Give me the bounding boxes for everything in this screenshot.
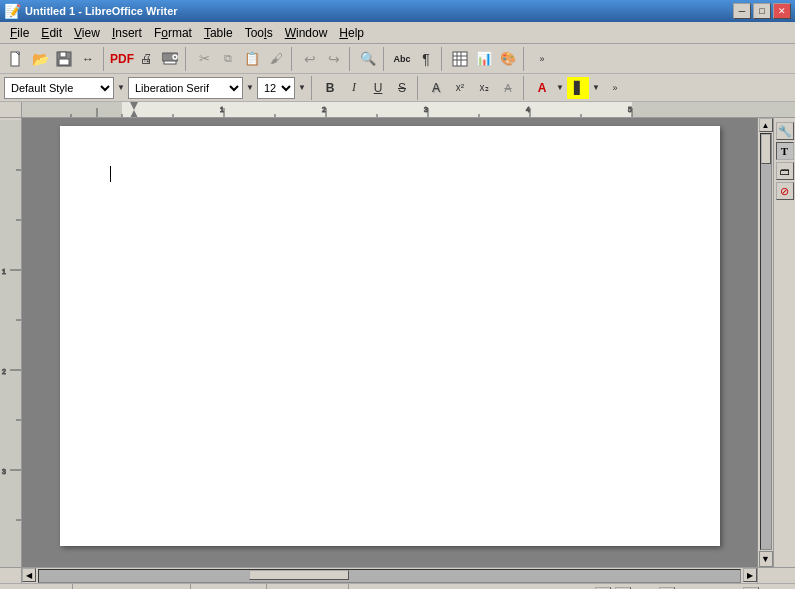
export-group: PDF 🖨: [110, 47, 182, 71]
scroll-thumb[interactable]: [761, 134, 771, 164]
copy-button[interactable]: ⧉: [216, 47, 240, 71]
sep7: [523, 47, 527, 71]
title-bar-left: 📝 Untitled 1 - LibreOffice Writer: [4, 3, 178, 19]
menu-insert[interactable]: Insert: [106, 24, 148, 42]
font-name-select[interactable]: Liberation Serif: [128, 77, 243, 99]
more-format-button[interactable]: »: [603, 76, 627, 100]
toolbar1: 📂 ↔ PDF 🖨 ✂ ⧉ 📋 🖌 ↩ ↪ 🔍 Abc ¶ 📊 �: [0, 44, 795, 74]
sep-fmt2: [417, 76, 421, 100]
italic-button[interactable]: I: [343, 77, 365, 99]
language-status: English (USA): [267, 584, 349, 589]
svg-rect-3: [59, 59, 69, 65]
sep3: [291, 47, 295, 71]
svg-text:2: 2: [2, 368, 6, 375]
svg-text:3: 3: [424, 106, 428, 113]
font-size-select[interactable]: 12: [257, 77, 295, 99]
main-area: 1 2 3 ▲ ▼ 🔧 T 🗃 ⊘: [0, 118, 795, 567]
insert-chart-button[interactable]: 📊: [472, 47, 496, 71]
h-scroll-right-stub: [757, 568, 795, 583]
subscript-button[interactable]: x₂: [473, 77, 495, 99]
insert-table-button[interactable]: [448, 47, 472, 71]
sep1: [103, 47, 107, 71]
paragraph-style-select[interactable]: Default Style: [4, 77, 114, 99]
spellcheck-button[interactable]: Abc: [390, 47, 414, 71]
scroll-right-button[interactable]: ▶: [743, 568, 757, 582]
minimize-button[interactable]: ─: [733, 3, 751, 19]
maximize-button[interactable]: □: [753, 3, 771, 19]
save-button[interactable]: [52, 47, 76, 71]
scroll-split-button[interactable]: ▼: [759, 551, 773, 567]
font-color-button[interactable]: A: [531, 77, 553, 99]
text-cursor: [110, 166, 111, 182]
svg-text:1: 1: [2, 268, 6, 275]
font-dropdown-button[interactable]: ▼: [245, 76, 255, 100]
svg-text:5: 5: [628, 106, 632, 113]
menu-view[interactable]: View: [68, 24, 106, 42]
sep4: [349, 47, 353, 71]
size-dropdown-button[interactable]: ▼: [297, 76, 307, 100]
shadow-text-button[interactable]: A: [425, 77, 447, 99]
highlight-dropdown[interactable]: ▼: [591, 76, 601, 100]
sep6: [441, 47, 445, 71]
strikethrough-button[interactable]: S: [391, 77, 413, 99]
horizontal-scroll-area: ◀ ▶: [0, 567, 795, 583]
file-tools-group: 📂 ↔: [4, 47, 100, 71]
h-scroll-thumb[interactable]: [249, 570, 349, 580]
undoredo-group: ↩ ↪: [298, 47, 346, 71]
horizontal-ruler: 1 2 3 4 5: [22, 102, 795, 118]
word-count-status: 0 words, 0 characters: [73, 584, 191, 589]
superscript-button[interactable]: x²: [449, 77, 471, 99]
vertical-scrollbar[interactable]: ▲ ▼: [757, 118, 773, 567]
font-color-dropdown[interactable]: ▼: [555, 76, 565, 100]
print-button[interactable]: 🖨: [134, 47, 158, 71]
clear-format-button[interactable]: A: [497, 77, 519, 99]
spellcheck-group: Abc ¶: [390, 47, 438, 71]
menu-help[interactable]: Help: [333, 24, 370, 42]
autocorrect-button[interactable]: ¶: [414, 47, 438, 71]
find-button[interactable]: 🔍: [356, 47, 380, 71]
scroll-track[interactable]: [760, 133, 772, 550]
paste-button[interactable]: 📋: [240, 47, 264, 71]
svg-text:3: 3: [2, 468, 6, 475]
new-button[interactable]: [4, 47, 28, 71]
menu-format[interactable]: Format: [148, 24, 198, 42]
properties-panel-button[interactable]: 🔧: [776, 122, 794, 140]
app-icon: 📝: [4, 3, 21, 19]
cut-button[interactable]: ✂: [192, 47, 216, 71]
more-toolbar-button[interactable]: »: [530, 47, 554, 71]
scroll-left-button[interactable]: ◀: [22, 568, 36, 582]
title-bar-right: ─ □ ✕: [733, 3, 791, 19]
insert-group: 📊 🎨: [448, 47, 520, 71]
menu-edit[interactable]: Edit: [35, 24, 68, 42]
export-pdf-button[interactable]: PDF: [110, 47, 134, 71]
highlight-button[interactable]: ▋: [567, 77, 589, 99]
undo-button[interactable]: ↩: [298, 47, 322, 71]
title-bar: 📝 Untitled 1 - LibreOffice Writer ─ □ ✕: [0, 0, 795, 22]
close-button[interactable]: ✕: [773, 3, 791, 19]
scroll-up-button[interactable]: ▲: [759, 118, 773, 132]
clipboard-group: ✂ ⧉ 📋 🖌: [192, 47, 288, 71]
bold-button[interactable]: B: [319, 77, 341, 99]
insert-image-button[interactable]: 🎨: [496, 47, 520, 71]
ruler-container: 1 2 3 4 5: [0, 102, 795, 118]
redo-button[interactable]: ↪: [322, 47, 346, 71]
svg-text:4: 4: [526, 106, 530, 113]
style-dropdown-button[interactable]: ▼: [116, 76, 126, 100]
document-scroll-area[interactable]: [22, 118, 757, 567]
menu-tools[interactable]: Tools: [239, 24, 279, 42]
menu-file[interactable]: File: [4, 24, 35, 42]
clone-format-button[interactable]: 🖌: [264, 47, 288, 71]
gallery-panel-button[interactable]: 🗃: [776, 162, 794, 180]
h-scroll-track[interactable]: [38, 569, 741, 583]
open-button[interactable]: 📂: [28, 47, 52, 71]
search-group: 🔍: [356, 47, 380, 71]
menu-table[interactable]: Table: [198, 24, 239, 42]
styles-panel-button[interactable]: T: [776, 142, 794, 160]
underline-button[interactable]: U: [367, 77, 389, 99]
style-status: Default Style: [191, 584, 266, 589]
menu-window[interactable]: Window: [279, 24, 334, 42]
navigator-panel-button[interactable]: ⊘: [776, 182, 794, 200]
document-page: [60, 126, 720, 546]
save-remote-button[interactable]: ↔: [76, 47, 100, 71]
print-preview-button[interactable]: [158, 47, 182, 71]
